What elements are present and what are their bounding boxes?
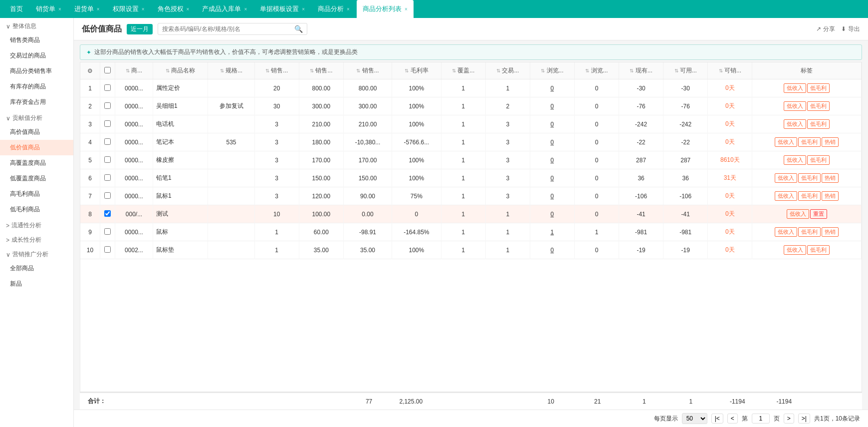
browse1[interactable]: 0	[530, 241, 574, 259]
select-all-checkbox[interactable]	[104, 67, 111, 73]
browse1[interactable]: 0	[530, 115, 574, 133]
search-input[interactable]	[162, 25, 294, 32]
product-name[interactable]: 属性定价	[153, 79, 208, 97]
product-name[interactable]: 橡皮擦	[153, 151, 208, 169]
per-page-select[interactable]: 50 100 200	[682, 413, 707, 424]
page-number-input[interactable]	[752, 414, 770, 424]
sidebar-item-sales-products[interactable]: 销售类商品	[0, 32, 73, 48]
nav-permissions[interactable]: 权限设置 ×	[107, 0, 151, 18]
row-checkbox-cell[interactable]	[100, 169, 115, 187]
close-icon[interactable]: ×	[58, 6, 61, 12]
sidebar-item-low-value[interactable]: 低价值商品	[0, 140, 73, 155]
next-page-button[interactable]: >	[784, 414, 794, 424]
th-browse2[interactable]: ⇅ 浏览...	[574, 62, 619, 79]
export-button[interactable]: ⬇ 导出	[841, 25, 860, 33]
th-current-stock[interactable]: ⇅ 现有...	[619, 62, 663, 79]
row-checkbox[interactable]	[104, 210, 111, 217]
product-name[interactable]: 鼠标1	[153, 187, 208, 205]
th-coverage[interactable]: ⇅ 覆盖...	[441, 62, 485, 79]
share-button[interactable]: ↗ 分享	[816, 25, 835, 33]
sidebar-item-low-coverage[interactable]: 低覆盖度商品	[0, 171, 73, 186]
row-checkbox-cell[interactable]	[100, 133, 115, 151]
sidebar-group-overall[interactable]: ∨ 整体信息	[0, 18, 73, 32]
row-checkbox-cell[interactable]	[100, 223, 115, 241]
close-icon[interactable]: ×	[187, 6, 190, 12]
nav-purchase-order[interactable]: 进货单 ×	[68, 0, 106, 18]
th-col7[interactable]: ⇅ 销售...	[343, 62, 392, 79]
close-icon[interactable]: ×	[97, 6, 100, 12]
period-tag[interactable]: 近一月	[127, 24, 153, 34]
row-checkbox-cell[interactable]	[100, 205, 115, 223]
th-sellable[interactable]: ⇅ 可销...	[708, 62, 752, 79]
th-settings[interactable]: ⚙	[80, 62, 100, 79]
sidebar-item-high-value[interactable]: 高价值商品	[0, 124, 73, 140]
nav-roles[interactable]: 角色授权 ×	[152, 0, 196, 18]
th-col6[interactable]: ⇅ 销售...	[299, 62, 343, 79]
sidebar-group-liquidity[interactable]: > 流通性分析	[0, 217, 73, 232]
th-col5[interactable]: ⇅ 销售...	[254, 62, 299, 79]
sidebar-group-growth[interactable]: > 成长性分析	[0, 232, 73, 246]
sidebar-item-low-margin[interactable]: 低毛利商品	[0, 202, 73, 217]
nav-product-analysis[interactable]: 商品分析 ×	[312, 0, 356, 18]
nav-product-warehouse[interactable]: 产成品入库单 ×	[196, 0, 253, 18]
search-icon[interactable]: 🔍	[294, 25, 303, 33]
nav-sales-order[interactable]: 销货单 ×	[30, 0, 67, 18]
product-name[interactable]: 电话机	[153, 115, 208, 133]
row-checkbox-cell[interactable]	[100, 241, 115, 259]
browse1[interactable]: 0	[530, 97, 574, 115]
browse1[interactable]: 0	[530, 205, 574, 223]
close-icon[interactable]: ×	[302, 6, 305, 12]
row-checkbox-cell[interactable]	[100, 115, 115, 133]
sidebar-item-stock-products[interactable]: 有库存的商品	[0, 79, 73, 94]
row-checkbox-cell[interactable]	[100, 79, 115, 97]
th-available-stock[interactable]: ⇅ 可用...	[663, 62, 708, 79]
browse1[interactable]: 0	[530, 169, 574, 187]
sidebar-item-high-margin[interactable]: 高毛利商品	[0, 186, 73, 202]
product-name[interactable]: 鼠标	[153, 223, 208, 241]
row-checkbox[interactable]	[104, 138, 111, 145]
row-checkbox[interactable]	[104, 246, 111, 253]
sidebar-item-new-products[interactable]: 新品	[0, 276, 73, 292]
row-checkbox-cell[interactable]	[100, 97, 115, 115]
nav-product-analysis-list[interactable]: 商品分析列表 ×	[357, 0, 414, 18]
first-page-button[interactable]: |<	[711, 414, 723, 424]
row-checkbox-cell[interactable]	[100, 151, 115, 169]
prev-page-button[interactable]: <	[727, 414, 738, 424]
sidebar-item-inventory-capital[interactable]: 库存资金占用	[0, 94, 73, 110]
row-checkbox-cell[interactable]	[100, 187, 115, 205]
th-margin[interactable]: ⇅ 毛利率	[392, 62, 441, 79]
row-checkbox[interactable]	[104, 228, 111, 235]
close-icon[interactable]: ×	[244, 6, 247, 12]
sidebar-item-traded-products[interactable]: 交易过的商品	[0, 48, 73, 63]
close-icon[interactable]: ×	[347, 6, 350, 12]
sidebar-group-marketing[interactable]: ∨ 营销推广分析	[0, 246, 73, 261]
sidebar-item-all-products[interactable]: 全部商品	[0, 261, 73, 276]
last-page-button[interactable]: >|	[798, 414, 810, 424]
search-box[interactable]: 🔍	[158, 23, 307, 35]
th-code[interactable]: ⇅ 商...	[115, 62, 153, 79]
row-checkbox[interactable]	[104, 192, 111, 199]
product-name[interactable]: 测试	[153, 205, 208, 223]
row-checkbox[interactable]	[104, 174, 111, 181]
row-checkbox[interactable]	[104, 120, 111, 127]
browse1[interactable]: 0	[530, 133, 574, 151]
browse1[interactable]: 0	[530, 79, 574, 97]
nav-template-settings[interactable]: 单据模板设置 ×	[254, 0, 311, 18]
th-spec[interactable]: ⇅ 规格...	[208, 62, 254, 79]
product-name[interactable]: 鼠标垫	[153, 241, 208, 259]
th-transactions[interactable]: ⇅ 交易...	[485, 62, 530, 79]
row-checkbox[interactable]	[104, 156, 111, 163]
product-name[interactable]: 铅笔1	[153, 169, 208, 187]
browse1[interactable]: 0	[530, 151, 574, 169]
th-browse1[interactable]: ⇅ 浏览...	[530, 62, 574, 79]
close-icon[interactable]: ×	[142, 6, 145, 12]
product-name[interactable]: 吴细细1	[153, 97, 208, 115]
row-checkbox[interactable]	[104, 84, 111, 91]
nav-home[interactable]: 首页	[4, 0, 29, 18]
sidebar-item-high-coverage[interactable]: 高覆盖度商品	[0, 155, 73, 171]
browse1[interactable]: 0	[530, 187, 574, 205]
sidebar-item-category-sales-rate[interactable]: 商品分类销售率	[0, 63, 73, 79]
product-name[interactable]: 笔记本	[153, 133, 208, 151]
browse1[interactable]: 1	[530, 223, 574, 241]
sidebar-group-contribution[interactable]: ∨ 贡献值分析	[0, 110, 73, 124]
